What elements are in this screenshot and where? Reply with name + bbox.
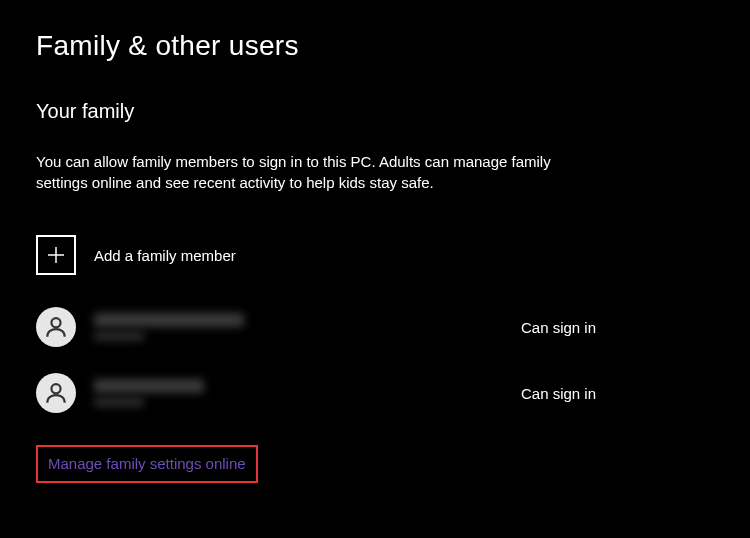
member-status: Can sign in [521, 385, 596, 402]
member-info [94, 313, 503, 341]
member-name-redacted [94, 313, 244, 327]
svg-point-3 [51, 384, 60, 393]
person-icon [43, 314, 69, 340]
manage-family-settings-link[interactable]: Manage family settings online [48, 455, 246, 472]
family-member-row[interactable]: Can sign in [36, 373, 596, 413]
plus-icon-box [36, 235, 76, 275]
family-description: You can allow family members to sign in … [36, 151, 576, 193]
avatar [36, 307, 76, 347]
member-sub-redacted [94, 397, 144, 407]
family-member-row[interactable]: Can sign in [36, 307, 596, 347]
svg-point-2 [51, 318, 60, 327]
member-name-redacted [94, 379, 204, 393]
person-icon [43, 380, 69, 406]
section-title-your-family: Your family [36, 100, 714, 123]
add-family-member-label: Add a family member [94, 247, 236, 264]
avatar [36, 373, 76, 413]
member-sub-redacted [94, 331, 144, 341]
page-title: Family & other users [36, 30, 714, 62]
add-family-member-button[interactable]: Add a family member [36, 235, 714, 275]
highlight-box: Manage family settings online [36, 445, 258, 483]
member-info [94, 379, 503, 407]
member-status: Can sign in [521, 319, 596, 336]
plus-icon [46, 245, 66, 265]
